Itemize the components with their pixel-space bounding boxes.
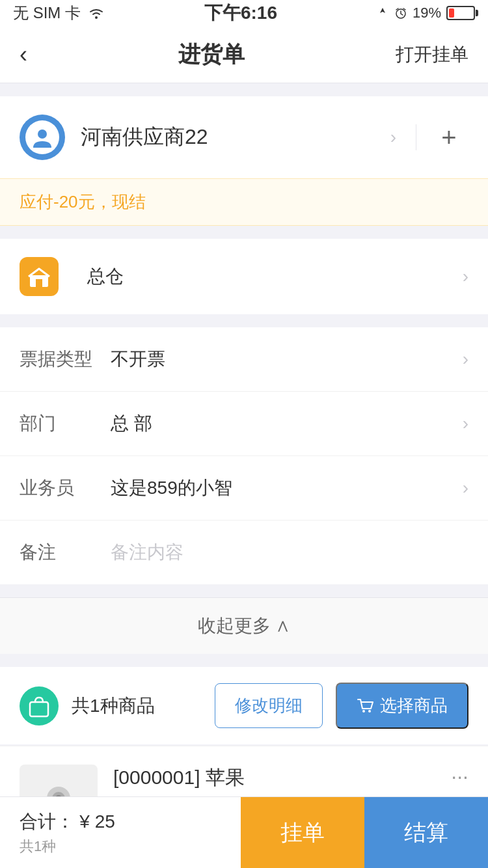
location-icon <box>376 7 389 20</box>
warehouse-arrow-icon: › <box>463 266 468 287</box>
warehouse-building-icon <box>27 265 51 288</box>
supplier-name[interactable]: 河南供应商22 <box>81 123 390 152</box>
products-icon <box>20 686 59 726</box>
hang-button[interactable]: 挂单 <box>241 797 364 869</box>
supplier-section: 河南供应商22 › + 应付-20元，现结 <box>0 96 488 226</box>
status-time: 下午6:16 <box>204 1 277 25</box>
warehouse-section: 总仓 › <box>0 239 488 314</box>
invoice-type-value: 不开票 <box>111 347 463 372</box>
warehouse-icon <box>20 257 59 296</box>
remark-label: 备注 <box>20 540 98 565</box>
svg-rect-5 <box>30 702 48 716</box>
status-carrier: 无 SIM 卡 <box>13 3 105 23</box>
supplier-avatar <box>20 115 65 160</box>
total-count: 共1种 <box>20 837 221 856</box>
bottom-bar: 合计： ¥ 25 共1种 挂单 结算 <box>0 796 488 868</box>
select-product-button[interactable]: 选择商品 <box>336 683 468 729</box>
content: 河南供应商22 › + 应付-20元，现结 总仓 › 票据类型 不开票 › <box>0 96 488 861</box>
select-product-label: 选择商品 <box>380 694 448 717</box>
open-hang-button[interactable]: 打开挂单 <box>396 42 468 67</box>
svg-point-2 <box>38 129 47 139</box>
svg-point-7 <box>368 710 371 712</box>
svg-rect-4 <box>36 279 42 287</box>
checkout-button[interactable]: 结算 <box>364 797 488 869</box>
remark-placeholder[interactable]: 备注内容 <box>111 540 468 565</box>
supplier-arrow-icon: › <box>390 127 396 148</box>
invoice-type-label: 票据类型 <box>20 347 98 372</box>
total-amount: 合计： ¥ 25 <box>20 809 221 834</box>
alarm-icon <box>394 7 407 20</box>
notice-banner: 应付-20元，现结 <box>0 178 488 226</box>
edit-detail-button[interactable]: 修改明细 <box>215 683 323 728</box>
warehouse-row[interactable]: 总仓 › <box>0 239 488 314</box>
products-header: 共1种商品 修改明细 选择商品 <box>0 667 488 744</box>
department-arrow-icon: › <box>463 413 468 434</box>
salesperson-arrow-icon: › <box>463 478 468 498</box>
salesperson-label: 业务员 <box>20 476 98 500</box>
cart-icon <box>357 697 375 715</box>
salesperson-value: 这是859的小智 <box>111 476 463 500</box>
department-row[interactable]: 部门 总 部 › <box>0 392 488 456</box>
shopping-bag-icon <box>27 694 51 718</box>
wifi-icon <box>87 7 105 20</box>
svg-point-6 <box>362 710 365 712</box>
page-title: 进货单 <box>178 40 245 70</box>
collapse-toggle[interactable]: 收起更多 ∧ <box>0 597 488 654</box>
total-area: 合计： ¥ 25 共1种 <box>0 809 241 856</box>
svg-point-0 <box>95 16 98 19</box>
battery-icon <box>446 6 475 20</box>
form-section: 票据类型 不开票 › 部门 总 部 › 业务员 这是859的小智 › 备注 备注… <box>0 327 488 584</box>
add-supplier-button[interactable]: + <box>429 118 468 157</box>
person-icon <box>31 126 54 149</box>
product-name: [0000001] 苹果 <box>113 765 451 791</box>
avatar-icon <box>25 120 59 154</box>
remark-row[interactable]: 备注 备注内容 <box>0 521 488 584</box>
status-indicators: 19% <box>376 5 475 21</box>
back-button[interactable]: ‹ <box>20 41 27 68</box>
warehouse-name: 总仓 <box>87 264 463 289</box>
supplier-row: 河南供应商22 › + <box>0 96 488 178</box>
status-bar: 无 SIM 卡 下午6:16 19% <box>0 0 488 26</box>
department-label: 部门 <box>20 411 98 436</box>
nav-bar: ‹ 进货单 打开挂单 <box>0 26 488 83</box>
invoice-type-row[interactable]: 票据类型 不开票 › <box>0 327 488 392</box>
invoice-type-arrow-icon: › <box>463 349 468 370</box>
divider <box>416 124 416 150</box>
salesperson-row[interactable]: 业务员 这是859的小智 › <box>0 456 488 521</box>
products-count: 共1种商品 <box>72 694 202 718</box>
product-menu-button[interactable]: ··· <box>451 765 468 789</box>
department-value: 总 部 <box>111 411 463 436</box>
